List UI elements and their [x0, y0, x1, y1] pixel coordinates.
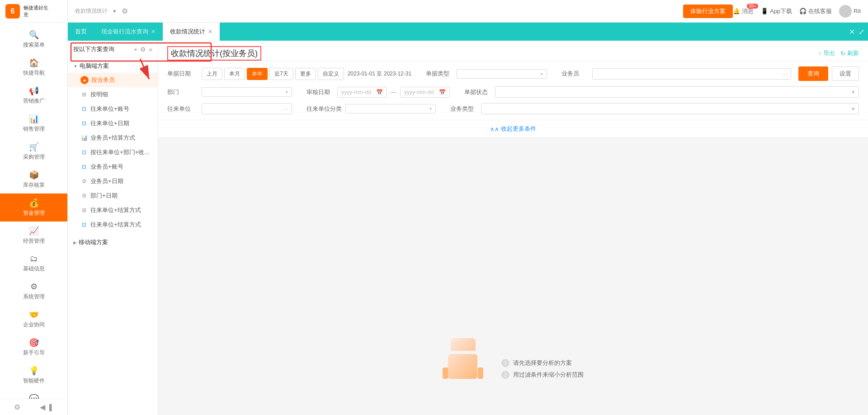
doctype-select[interactable]: ▾ — [457, 69, 547, 79]
sidebar-item-search[interactable]: 🔍 搜索菜单 — [0, 25, 67, 53]
from-unit-input[interactable]: ··· — [202, 103, 292, 114]
tree-item-by-dept-date[interactable]: ⚙ 部门+日期 — [68, 189, 158, 203]
dept-select[interactable]: ▾ — [202, 87, 292, 97]
collapse-panel-icon[interactable]: « — [149, 46, 152, 53]
tree-item-label-by-staff: 按业务员 — [91, 76, 115, 84]
review-date-from-text: yyyy-mm-dd — [341, 89, 371, 95]
tab-close-receipt[interactable]: ✕ — [208, 28, 212, 35]
sidebar-item-corp[interactable]: 🤝 企业协同 — [0, 305, 67, 333]
window-maximize-btn[interactable]: ⤢ — [859, 28, 864, 36]
date-btn-more[interactable]: 更多 — [295, 68, 316, 80]
topbar-left: 收款情况统计 ▾ ⚙ — [75, 7, 128, 15]
tab-home[interactable]: 首页 — [68, 23, 94, 41]
date-btn-custom[interactable]: 自定义 — [318, 68, 344, 80]
add-scheme-btn[interactable]: + — [134, 46, 137, 53]
topbar-dropdown-icon[interactable]: ▾ — [113, 8, 116, 14]
tree-item-by-unit-date[interactable]: ⊡ 往来单位+日期 — [68, 116, 158, 131]
empty-robot — [443, 334, 483, 379]
filter-row-3: 往来单位 ··· 往来单位分类 ▾ 业务类型 — [167, 103, 859, 114]
refresh-btn[interactable]: ↻ 刷新 — [840, 49, 859, 57]
empty-tip-1: 1 请先选择要分析的方案 — [501, 359, 584, 367]
by-detail-icon: ⊞ — [80, 91, 88, 98]
topbar-right: 🔔 消息 99+ 📱 App下载 🎧 在线客服 Rit — [733, 5, 861, 18]
tree-item-by-detail[interactable]: ⊞ 按明细 — [68, 87, 158, 102]
sidebar-label-purchase: 采购管理 — [23, 153, 45, 161]
date-btn-this-month[interactable]: 本月 — [224, 68, 245, 80]
sidebar-item-basic[interactable]: 🗂 基础信息 — [0, 250, 67, 277]
filter-area: 单据日期 上月 本月 本年 近7天 更多 自定义 2023-01-01 至 20… — [158, 61, 868, 120]
app-download-btn[interactable]: 📱 App下载 — [761, 7, 792, 15]
sidebar-item-operation[interactable]: 📈 经营管理 — [0, 222, 67, 250]
salesperson-input[interactable]: ··· — [592, 68, 791, 80]
sidebar-item-system[interactable]: ⚙ 系统管理 — [0, 277, 67, 305]
sidebar-item-guide[interactable]: 🎯 新手引导 — [0, 333, 67, 361]
sidebar-item-sales[interactable]: 📊 销售管理 — [0, 109, 67, 137]
sidebar-item-inventory[interactable]: 📦 库存核算 — [0, 165, 67, 193]
business-type-filter: 业务类型 ▾ — [450, 103, 859, 114]
sidebar-settings-btn[interactable]: ⚙ — [14, 403, 20, 411]
doctype-label: 单据类型 — [426, 70, 453, 78]
topbar-settings-icon[interactable]: ⚙ — [122, 7, 128, 15]
scheme-settings-icon[interactable]: ⚙ — [140, 46, 146, 53]
sidebar-item-hardware[interactable]: 💡 智能硬件 — [0, 361, 67, 389]
collapse-bar[interactable]: ∧∧ 收起更多条件 — [158, 120, 868, 138]
avatar — [839, 5, 852, 18]
tab-bank[interactable]: 现金银行流水查询 ✕ — [94, 23, 163, 41]
export-btn[interactable]: ↑ 导出 — [819, 49, 835, 57]
tip-num-1: 1 — [501, 359, 509, 367]
by-staff-account-icon: ⊡ — [80, 163, 88, 170]
review-date-from[interactable]: yyyy-mm-dd 📅 — [337, 87, 387, 98]
filter-settings-btn[interactable]: 设置 — [832, 66, 859, 81]
by-staff-icon: ● — [80, 76, 89, 84]
desktop-section-label: 电脑端方案 — [80, 62, 109, 70]
tree-item-by-unit-settle1[interactable]: ⊞ 往来单位+结算方式 — [68, 203, 158, 217]
filter-row-2: 部门 ▾ 审核日期 yyyy-mm-dd 📅 — yyyy-mm-dd — [167, 86, 859, 98]
desktop-section-header[interactable]: ▼ 电脑端方案 — [68, 59, 158, 73]
online-service-btn[interactable]: 🎧 在线客服 — [799, 7, 832, 15]
left-panel-actions: + ⚙ « — [134, 46, 152, 53]
service-icon: 🎧 — [799, 8, 807, 14]
business-type-select[interactable]: ▾ — [481, 103, 859, 114]
tree-item-by-staff-date[interactable]: ⚙ 业务员+日期 — [68, 174, 158, 189]
tree-item-by-unit-settle2[interactable]: ⊡ 往来单位+结算方式 — [68, 217, 158, 232]
message-icon: 🔔 — [733, 8, 740, 14]
review-date-to-text: yyyy-mm-dd — [404, 89, 434, 95]
mobile-section: ▶ 移动端方案 — [68, 234, 158, 251]
date-btn-7days[interactable]: 近7天 — [269, 68, 293, 80]
trial-btn[interactable]: 体验行业方案 — [683, 5, 733, 18]
tree-item-by-staff[interactable]: ● 按业务员 — [68, 73, 158, 87]
sidebar-label-system: 系统管理 — [23, 293, 45, 301]
review-date-to[interactable]: yyyy-mm-dd 📅 — [400, 87, 450, 98]
by-staff-date-icon: ⚙ — [80, 178, 88, 185]
date-btn-this-year[interactable]: 本年 — [247, 68, 268, 80]
mobile-section-header[interactable]: ▶ 移动端方案 — [68, 236, 158, 249]
messages-btn[interactable]: 🔔 消息 99+ — [733, 7, 754, 15]
sidebar-collapse-btn[interactable]: ◀ ❚ — [40, 403, 53, 411]
user-menu[interactable]: Rit — [839, 5, 861, 18]
from-unit-label: 往来单位 — [167, 105, 194, 113]
from-unit-category-filter: 往来单位分类 ▾ — [307, 104, 436, 113]
tree-item-by-unit-account[interactable]: ⊡ 往来单位+账号 — [68, 102, 158, 116]
sidebar-item-finance[interactable]: 💰 资金管理 — [0, 193, 67, 222]
tab-close-bank[interactable]: ✕ — [151, 28, 156, 35]
by-staff-settle-icon: 📊 — [80, 134, 88, 141]
sidebar-label-operation: 经营管理 — [23, 237, 45, 245]
sidebar-item-purchase[interactable]: 🛒 采购管理 — [0, 137, 67, 165]
query-btn[interactable]: 查询 — [798, 66, 828, 81]
tree-item-by-unit-dept[interactable]: ⊡ 按往来单位+部门+收... — [68, 145, 158, 160]
sidebar-item-wechat[interactable]: 💬 企业微信 — [0, 389, 67, 399]
search-icon: 🔍 — [29, 30, 39, 40]
doc-status-select[interactable]: ▾ — [495, 86, 859, 98]
tab-receipt[interactable]: 收款情况统计 ✕ — [163, 23, 220, 41]
from-unit-category-select[interactable]: ▾ — [345, 104, 436, 113]
logo-text: 畅捷通好生 意 — [24, 5, 48, 18]
sidebar-label-sales: 销售管理 — [23, 125, 45, 133]
review-date-label: 审核日期 — [307, 88, 334, 96]
window-close-btn[interactable]: ✕ — [849, 28, 855, 36]
date-btn-last-month[interactable]: 上月 — [202, 68, 222, 80]
sidebar-item-marketing[interactable]: 📢 营销推广 — [0, 81, 67, 109]
tree-item-by-staff-settle[interactable]: 📊 业务员+结算方式 — [68, 131, 158, 145]
left-panel-header: 按以下方案查询 + ⚙ « — [68, 41, 158, 57]
tree-item-by-staff-account[interactable]: ⊡ 业务员+账号 — [68, 160, 158, 174]
sidebar-item-shortcut[interactable]: 🏠 快捷导航 — [0, 53, 67, 81]
